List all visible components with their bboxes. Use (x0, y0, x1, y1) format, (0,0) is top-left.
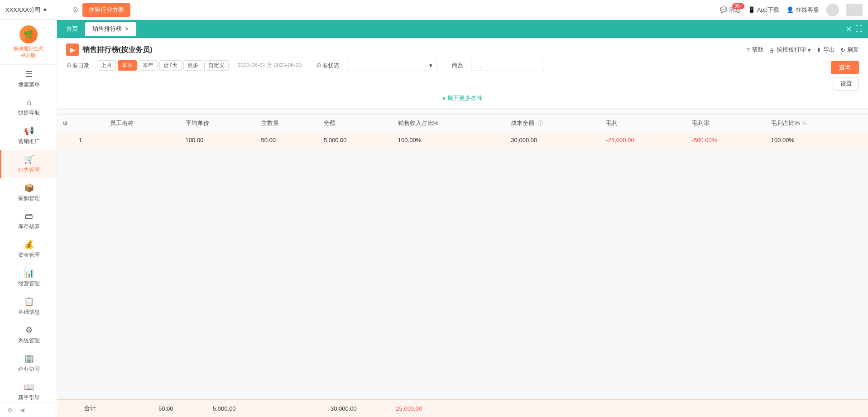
sidebar-collapse-icon[interactable]: ◀ (20, 407, 24, 413)
guide-icon: 📖 (24, 382, 34, 392)
status-selector[interactable]: ▾ (347, 60, 437, 71)
sidebar-item-label: 资金管理 (18, 251, 40, 259)
top-bar: XXXXXX公司 ▾ ⚙ 体验行业方案 💬 消息 99+ 📱 App下载 👤 在… (0, 0, 868, 20)
app-download-label: App下载 (757, 6, 779, 14)
tab-sales-ranking[interactable]: 销售排行榜 ✕ (85, 22, 136, 36)
profit-pct-icon: % (802, 120, 807, 126)
footer-label: 合计 (62, 404, 153, 412)
col-avg-price: 平均单价 (180, 115, 256, 132)
print-chevron-icon: ▾ (808, 47, 811, 53)
sidebar-item-purchase[interactable]: 📦 采购管理 (0, 178, 57, 207)
date-btn-last-7days[interactable]: 近7天 (159, 60, 182, 71)
trial-button[interactable]: 体验行业方案 (82, 3, 130, 17)
date-btn-this-year[interactable]: 本年 (139, 60, 158, 71)
export-button[interactable]: ⬇ 导出 (816, 46, 835, 54)
sidebar-item-inventory[interactable]: 🗃 库存核算 (0, 207, 57, 235)
cost-info-icon[interactable]: ⓘ (537, 120, 543, 126)
sidebar-item-label: 营销推广 (18, 138, 40, 145)
company-selector[interactable]: XXXXXX公司 ▾ (5, 6, 69, 14)
filter-more-row: ▾ 展开更多条件 (66, 91, 859, 104)
sidebar-item-finance[interactable]: 💰 资金管理 (0, 235, 57, 264)
goods-input[interactable]: ... (471, 60, 543, 71)
app-download-button[interactable]: 📱 App下载 (748, 6, 779, 14)
tab-maximize-button[interactable]: ⛶ (855, 25, 863, 34)
date-btn-more[interactable]: 更多 (183, 60, 202, 71)
avatar[interactable] (826, 4, 839, 16)
goods-label: 商品 (452, 62, 464, 70)
app-icon: 📱 (748, 6, 755, 13)
sales-icon: 🛒 (24, 154, 34, 164)
help-icon: ? (747, 47, 750, 53)
sidebar-item-label: 新手引导 (18, 394, 40, 402)
page-content: ▶ 销售排行榜(按业务员) ? 帮助 🖨 按模板打印 ▾ (57, 38, 868, 176)
status-chevron-icon: ▾ (429, 62, 432, 69)
date-btn-custom[interactable]: 自定义 (204, 60, 229, 71)
page-area: ▶ 销售排行榜(按业务员) ? 帮助 🖨 按模板打印 ▾ (57, 38, 868, 417)
goods-more-icon[interactable]: ... (478, 62, 483, 69)
sidebar-item-marketing[interactable]: 📢 营销推广 (0, 121, 57, 150)
table-body: 1 100.00 50.00 5,000.00 100.00% 30,000.0… (57, 132, 868, 149)
sidebar-settings-icon[interactable]: ⚙ (7, 407, 13, 413)
sidebar-item-system[interactable]: ⚙ 系统管理 (0, 321, 57, 349)
footer-profit: -25,000.00 (388, 405, 452, 412)
refresh-button[interactable]: ↻ 刷新 (840, 46, 859, 54)
print-button[interactable]: 🖨 按模板打印 ▾ (769, 46, 811, 54)
sidebar-item-label: 采购管理 (18, 195, 40, 202)
tab-bar: 首页 销售排行榜 ✕ ✕ ⛶ (57, 20, 868, 38)
sidebar-item-sales[interactable]: 🛒 销售管理 (0, 150, 57, 178)
system-icon: ⚙ (25, 325, 33, 335)
logo-text: 畅康通好生意 标准版 (14, 45, 43, 59)
tab-sales-ranking-label: 销售排行榜 (92, 25, 122, 33)
marketing-icon: 📢 (24, 126, 34, 136)
toggle-filter-button[interactable]: ▶ (66, 43, 79, 56)
date-buttons: 上月 本月 本年 近7天 更多 自定义 (97, 60, 229, 71)
filter-row-1: 单据日期 上月 本月 本年 近7天 更多 自定义 2023-06-01 至 20… (66, 60, 824, 71)
topbar-settings-icon[interactable]: ⚙ (72, 5, 79, 14)
sidebar-item-search[interactable]: ☰ 搜索菜单 (0, 65, 57, 93)
tab-minimize-button[interactable]: ✕ (846, 25, 852, 34)
sidebar-item-label: 经营管理 (18, 280, 40, 288)
sidebar-item-basic[interactable]: 📋 基础信息 (0, 292, 57, 321)
query-button[interactable]: 查询 (831, 61, 859, 74)
sidebar-item-label: 基础信息 (18, 308, 40, 316)
company-name: XXXXXX公司 (5, 6, 41, 14)
row-cost: 30,000.00 (505, 132, 600, 149)
date-label: 单据日期 (66, 62, 90, 70)
footer-amount: 5,000.00 (207, 405, 271, 412)
sidebar-item-enterprise[interactable]: 🏢 企业协同 (0, 349, 57, 378)
sidebar-item-label: 快捷导航 (18, 109, 40, 117)
col-qty: 主数量 (256, 115, 318, 132)
settings-button[interactable]: 设置 (834, 77, 859, 91)
table-header: ⚙ 员工名称 平均单价 主数量 (57, 115, 868, 132)
sidebar-item-guide[interactable]: 📖 新手引导 (0, 378, 57, 406)
top-bar-left: XXXXXX公司 ▾ ⚙ 体验行业方案 (5, 3, 720, 17)
messages-button[interactable]: 💬 消息 99+ (720, 6, 741, 14)
data-table: ⚙ 员工名称 平均单价 主数量 (57, 114, 868, 149)
col-settings[interactable]: ⚙ (57, 115, 73, 132)
basic-icon: 📋 (24, 297, 34, 307)
help-button[interactable]: ? 帮助 (747, 46, 763, 54)
filter-main: 单据日期 上月 本月 本年 近7天 更多 自定义 2023-06-01 至 20… (66, 60, 824, 71)
col-amount: 全额 (318, 115, 393, 132)
tab-close-icon[interactable]: ✕ (125, 26, 129, 32)
operations-icon: 📊 (24, 268, 34, 278)
sidebar-item-operations[interactable]: 📊 经营管理 (0, 264, 57, 292)
status-label: 单据状态 (316, 62, 340, 70)
sidebar: 🌿 畅康通好生意 标准版 ☰ 搜索菜单 ⌂ 快捷导航 📢 营销推广 🛒 销售管理… (0, 20, 57, 417)
main-content: 首页 销售排行榜 ✕ ✕ ⛶ ▶ 销售排行榜(按业务员) (57, 20, 868, 417)
message-icon: 💬 (720, 6, 727, 13)
refresh-icon: ↻ (840, 47, 845, 53)
row-profit-rate: -500.00% (686, 132, 766, 149)
user-menu[interactable] (846, 4, 863, 16)
purchase-icon: 📦 (24, 183, 34, 193)
sidebar-item-label: 销售管理 (18, 166, 40, 174)
tab-home[interactable]: 首页 (59, 22, 85, 36)
tab-home-label: 首页 (66, 25, 78, 33)
footer-qty: 50.00 (153, 405, 207, 412)
sidebar-item-label: 系统管理 (18, 337, 40, 345)
expand-more-button[interactable]: ▾ 展开更多条件 (442, 94, 483, 102)
date-btn-this-month[interactable]: 本月 (118, 60, 137, 71)
sidebar-item-shortcut[interactable]: ⌂ 快捷导航 (0, 93, 57, 121)
date-btn-last-month[interactable]: 上月 (97, 60, 116, 71)
online-service-button[interactable]: 👤 在线客服 (786, 6, 819, 14)
